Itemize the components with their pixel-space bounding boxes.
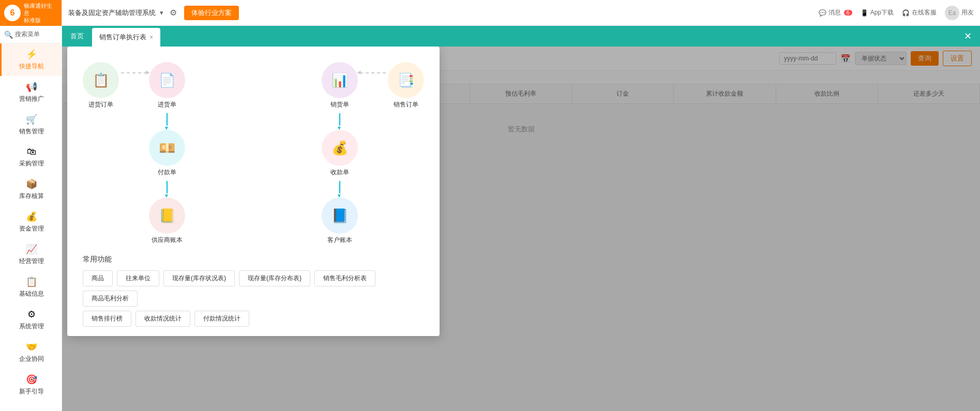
finance-icon: 💰 <box>26 211 37 222</box>
sidebar-item-label: 快捷导航 <box>19 62 44 71</box>
system-icon: ⚙ <box>27 309 36 320</box>
online-service-icon: 🎧 <box>902 9 910 17</box>
sidebar-item-guide[interactable]: 🎯 新手引导 <box>0 369 62 401</box>
common-btn-stock-dist[interactable]: 现存量(库存分布表) <box>239 270 310 286</box>
common-btn-payment-stats[interactable]: 付款情况统计 <box>194 311 249 327</box>
modal-overlay[interactable]: 📋 进货订单 ▶ 📄 进货 <box>62 47 980 411</box>
search-menu[interactable]: 🔍 搜索菜单 <box>0 26 62 43</box>
common-functions-section: 常用功能 商品 往来单位 现存量(库存状况表) 现存量(库存分布表) 销售毛利分… <box>83 255 424 327</box>
message-icon: 💬 <box>819 9 826 17</box>
sidebar-logo: 6 畅康通好生意 标准版 <box>0 0 62 26</box>
app-download-btn[interactable]: 📱 App下载 <box>861 8 894 17</box>
guide-icon: 🎯 <box>26 374 37 385</box>
supplier-ledger-icon: 📒 <box>159 208 175 224</box>
content-area: ❓ 帮助 🖨 按模板打印 ▾ 📤 导出 ▾ 🔄 刷新 📅 <box>62 47 980 411</box>
sales-order-label: 销售订单 <box>394 100 418 109</box>
scrollbar-thumb <box>105 336 303 337</box>
flow-receipt-circle[interactable]: 💰 <box>322 130 358 166</box>
tab-bar-close[interactable]: ✕ <box>960 26 976 47</box>
inventory-icon: 📦 <box>26 178 37 190</box>
sales-order-icon: 📑 <box>398 72 414 88</box>
message-btn[interactable]: 💬 消息 6 <box>819 8 852 17</box>
sidebar-item-collab[interactable]: 🤝 企业协同 <box>0 336 62 369</box>
tabbar: 首页 销售订单执行表 × ✕ <box>62 26 980 47</box>
tab-sales-order-label: 销售订单执行表 <box>99 33 146 42</box>
message-badge: 6 <box>844 10 852 16</box>
modal-scrollbar: ◀ ▶ <box>83 331 424 336</box>
receipt-label: 收款单 <box>330 168 349 177</box>
sidebar-item-sales[interactable]: 🛒 销售管理 <box>0 109 62 141</box>
purchase-icon: 🛍 <box>27 146 36 157</box>
flow-sales-receipt-circle[interactable]: 📊 <box>322 62 358 98</box>
sidebar-item-quick-nav[interactable]: ⚡ 快捷导航 <box>0 43 62 76</box>
customer-ledger-icon: 📘 <box>331 208 348 224</box>
payment-icon: 💴 <box>159 140 175 156</box>
flow-purchase-receipt-circle[interactable]: 📄 <box>149 62 185 98</box>
common-btn-sales-margin[interactable]: 销售毛利分析表 <box>314 270 375 286</box>
topbar-right: 💬 消息 6 📱 App下载 🎧 在线客服 Ea 用友 <box>819 6 974 20</box>
sidebar-item-purchase[interactable]: 🛍 采购管理 <box>0 141 62 173</box>
user-menu[interactable]: Ea 用友 <box>945 6 974 20</box>
sidebar-item-inventory[interactable]: 📦 库存核算 <box>0 173 62 206</box>
sidebar-item-system[interactable]: ⚙ 系统管理 <box>0 303 62 336</box>
tab-sales-order[interactable]: 销售订单执行表 × <box>92 28 160 47</box>
online-service-btn[interactable]: 🎧 在线客服 <box>902 8 937 17</box>
common-btn-partner[interactable]: 往来单位 <box>117 270 159 286</box>
flow-sales-order-circle[interactable]: 📑 <box>388 62 424 98</box>
topbar: 装备及固定资产辅助管理系统 ▾ ⚙ 体验行业方案 💬 消息 6 📱 App下载 … <box>62 0 980 26</box>
purchase-receipt-icon: 📄 <box>159 72 175 88</box>
customer-ledger-label: 客户账本 <box>327 236 352 245</box>
operations-icon: 📈 <box>26 243 37 255</box>
user-label: 用友 <box>961 8 974 17</box>
system-title: 装备及固定资产辅助管理系统 <box>68 8 156 18</box>
sidebar-nav: ⚡ 快捷导航 📢 营销推广 🛒 销售管理 🛍 采购管理 📦 库存核算 💰 资金管… <box>0 43 62 411</box>
common-functions-title: 常用功能 <box>83 255 424 264</box>
basic-info-icon: 📋 <box>26 276 37 287</box>
common-btn-product-margin[interactable]: 商品毛利分析 <box>83 291 138 307</box>
common-btns-row1: 商品 往来单位 现存量(库存状况表) 现存量(库存分布表) 销售毛利分析表 商品… <box>83 270 424 307</box>
sidebar: 6 畅康通好生意 标准版 🔍 搜索菜单 ⚡ 快捷导航 📢 营销推广 🛒 销售管理… <box>0 0 62 411</box>
purchase-order-icon: 📋 <box>93 72 109 88</box>
flow-modal: 📋 进货订单 ▶ 📄 进货 <box>67 47 440 336</box>
flow-purchase-order-circle[interactable]: 📋 <box>83 62 119 98</box>
collab-icon: 🤝 <box>26 341 37 353</box>
sidebar-item-basic-info[interactable]: 📋 基础信息 <box>0 271 62 303</box>
flow-customer-ledger-circle[interactable]: 📘 <box>322 197 358 234</box>
payment-label: 付款单 <box>158 168 176 177</box>
sidebar-item-operations[interactable]: 📈 经营管理 <box>0 238 62 271</box>
logo-text: 畅康通好生意 标准版 <box>24 2 57 24</box>
common-btn-product[interactable]: 商品 <box>83 270 113 286</box>
common-btn-sales-rank[interactable]: 销售排行榜 <box>83 311 131 327</box>
sales-receipt-label: 销货单 <box>330 100 349 109</box>
user-avatar: Ea <box>945 6 959 20</box>
scrollbar-left-arrow[interactable]: ◀ <box>83 335 87 336</box>
tab-home[interactable]: 首页 <box>62 26 92 47</box>
sidebar-item-marketing[interactable]: 📢 营销推广 <box>0 76 62 109</box>
receipt-icon: 💰 <box>331 140 348 156</box>
scrollbar-track[interactable] <box>89 336 418 337</box>
sidebar-item-finance[interactable]: 💰 资金管理 <box>0 206 62 238</box>
app-download-icon: 📱 <box>861 9 868 17</box>
search-menu-label: 搜索菜单 <box>15 30 40 39</box>
common-btns-row2: 销售排行榜 收款情况统计 付款情况统计 <box>83 311 424 327</box>
marketing-icon: 📢 <box>26 81 37 93</box>
logo-icon: 6 <box>4 5 21 21</box>
quick-nav-icon: ⚡ <box>26 49 37 60</box>
sales-receipt-icon: 📊 <box>331 72 348 88</box>
purchase-order-label: 进货订单 <box>88 100 113 109</box>
trial-btn[interactable]: 体验行业方案 <box>184 6 239 20</box>
flow-payment-circle[interactable]: 💴 <box>149 130 185 166</box>
main-area: 装备及固定资产辅助管理系统 ▾ ⚙ 体验行业方案 💬 消息 6 📱 App下载 … <box>62 0 980 411</box>
sales-icon: 🛒 <box>26 114 37 125</box>
app-download-label: App下载 <box>870 8 894 17</box>
tab-close-icon[interactable]: × <box>149 34 153 41</box>
flow-supplier-ledger-circle[interactable]: 📒 <box>149 197 185 234</box>
supplier-ledger-label: 供应商账本 <box>152 236 183 245</box>
common-btn-collection-stats[interactable]: 收款情况统计 <box>135 311 190 327</box>
scrollbar-right-arrow[interactable]: ▶ <box>420 335 424 336</box>
tab-home-label: 首页 <box>70 32 84 41</box>
system-dropdown-icon[interactable]: ▾ <box>160 9 163 17</box>
common-btn-stock-status[interactable]: 现存量(库存状况表) <box>163 270 235 286</box>
message-label: 消息 <box>828 8 841 17</box>
settings-icon[interactable]: ⚙ <box>170 8 177 18</box>
